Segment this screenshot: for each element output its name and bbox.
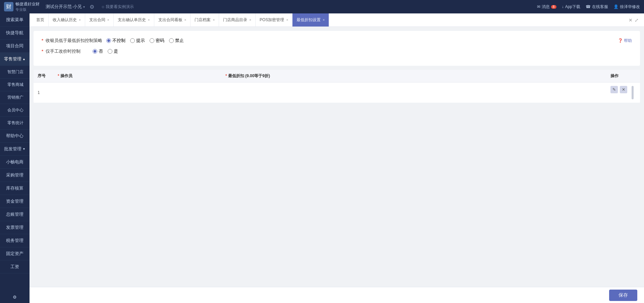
- discount-policy-label: * 收银员低于最低折扣控制策略: [42, 38, 102, 44]
- tab-actions: ✕ ⤢: [626, 17, 641, 23]
- settings-icon[interactable]: ⚙: [90, 4, 94, 10]
- form-row-manual-price: * 仅手工改价时控制 否 是: [42, 48, 632, 54]
- close-icon[interactable]: ×: [213, 18, 215, 22]
- radio-no-control[interactable]: 不控制: [106, 38, 125, 44]
- close-icon[interactable]: ×: [184, 18, 186, 22]
- project-name: 测试分开示范·小兄: [46, 4, 82, 10]
- tab-store-catalog[interactable]: 门店商品目录 ×: [219, 13, 256, 27]
- tab-income-history[interactable]: 收入确认历史 ×: [49, 13, 85, 27]
- sidebar-item-marketing[interactable]: 营销推广: [0, 91, 30, 104]
- col-header-action: 操作: [606, 70, 640, 83]
- help-icon: ❓: [618, 38, 623, 43]
- sidebar-settings-icon[interactable]: ⚙: [0, 291, 30, 303]
- sidebar-item-fund-mgmt[interactable]: 资金管理: [0, 195, 30, 208]
- sidebar-item-project-contract[interactable]: 项目合同: [0, 40, 30, 53]
- sidebar-item-tax-mgmt[interactable]: 税务管理: [0, 234, 30, 247]
- tab-min-discount[interactable]: 最低折扣设置 ×: [292, 13, 329, 27]
- tab-home[interactable]: 首页: [32, 13, 49, 27]
- tab-pos-encrypt-label: POS加密管理: [260, 17, 284, 23]
- message-button[interactable]: ✉ 消息 8: [537, 4, 556, 10]
- cell-action: ✎ ✕: [606, 83, 640, 103]
- manual-price-label: * 仅手工改价时控制: [42, 48, 89, 54]
- save-button[interactable]: 保存: [609, 290, 637, 301]
- app-name: 畅捷通好业财: [15, 1, 40, 7]
- radio-password-input[interactable]: [150, 38, 154, 43]
- tab-expense-confirm-history[interactable]: 支出确认单历史 ×: [114, 13, 154, 27]
- discount-policy-radio-group: 不控制 提示 密码 禁止: [106, 38, 184, 44]
- discount-table: 序号 *操作员 *最低折扣 (9.00等于9折) 操作 1: [34, 70, 640, 103]
- radio-prompt-input[interactable]: [130, 38, 135, 43]
- radio-forbid[interactable]: 禁止: [169, 38, 184, 44]
- sidebar-item-inventory[interactable]: 库存核算: [0, 182, 30, 195]
- radio-yes-label: 是: [114, 48, 118, 54]
- close-icon[interactable]: ×: [107, 18, 109, 22]
- user-menu[interactable]: 👤 徐泽华修改: [613, 4, 640, 10]
- tab-store-archive[interactable]: 门店档案 ×: [191, 13, 219, 27]
- tab-expense-contract[interactable]: 支出合同 ×: [85, 13, 114, 27]
- close-icon[interactable]: ×: [148, 18, 150, 22]
- col-header-operator: *操作员: [54, 70, 221, 83]
- sidebar-item-fixed-assets[interactable]: 固定资产: [0, 247, 30, 260]
- download-icon: ↓: [562, 4, 564, 9]
- radio-no-control-input[interactable]: [106, 38, 111, 43]
- sidebar-item-wholesale-mgmt[interactable]: 批发管理 ▼: [0, 143, 30, 156]
- radio-no-input[interactable]: [93, 49, 97, 54]
- page-content: * 收银员低于最低折扣控制策略 不控制 提示: [30, 27, 644, 287]
- message-icon: ✉: [537, 4, 540, 9]
- close-icon[interactable]: ×: [79, 18, 81, 22]
- app-download-button[interactable]: ↓ App下载: [562, 4, 580, 10]
- collapse-icon: ▲: [22, 57, 25, 61]
- edit-row-button[interactable]: ✎: [610, 86, 618, 93]
- close-all-icon[interactable]: ✕: [629, 17, 633, 23]
- required-star: *: [42, 38, 43, 43]
- cell-discount: [221, 83, 606, 103]
- expand-tabs-icon[interactable]: ⤢: [635, 17, 639, 23]
- table-card: 序号 *操作员 *最低折扣 (9.00等于9折) 操作 1: [34, 70, 640, 103]
- message-badge: 8: [551, 5, 556, 9]
- action-icons: ✎ ✕: [610, 86, 636, 99]
- radio-password-label: 密码: [156, 38, 164, 44]
- sidebar-item-retail-stats[interactable]: 零售统计: [0, 117, 30, 130]
- radio-yes[interactable]: 是: [108, 48, 118, 54]
- sidebar-item-invoice-mgmt[interactable]: 发票管理: [0, 221, 30, 234]
- chevron-down-icon: ▾: [83, 5, 85, 9]
- operator-required-star: *: [58, 73, 59, 78]
- sidebar-item-retail-mgmt[interactable]: 零售管理 ▲: [0, 53, 30, 66]
- sidebar: 搜索菜单 快捷导航 项目合同 零售管理 ▲ 智慧门店 零售商城 营销推广 会员中…: [0, 13, 30, 303]
- sidebar-item-smart-store[interactable]: 智慧门店: [0, 66, 30, 79]
- tab-home-label: 首页: [36, 17, 44, 23]
- topbar-right: ✉ 消息 8 ↓ App下载 ☎ 在线客服 👤 徐泽华修改: [537, 4, 640, 10]
- radio-prompt[interactable]: 提示: [130, 38, 145, 44]
- delete-row-button[interactable]: ✕: [620, 86, 627, 93]
- radio-password[interactable]: 密码: [150, 38, 164, 44]
- radio-yes-input[interactable]: [108, 49, 112, 54]
- project-selector[interactable]: 测试分开示范·小兄 ▾: [46, 4, 85, 10]
- help-link[interactable]: ❓ 帮助: [618, 38, 632, 44]
- radio-no[interactable]: 否: [93, 48, 103, 54]
- tab-expense-contract-board[interactable]: 支出合同看板 ×: [154, 13, 191, 27]
- radio-forbid-input[interactable]: [169, 38, 174, 43]
- tab-pos-encrypt[interactable]: POS加密管理 ×: [256, 13, 292, 27]
- sidebar-item-retail-mall[interactable]: 零售商城: [0, 79, 30, 91]
- tab-bar: 首页 收入确认历史 × 支出合同 × 支出确认单历史 × 支出合同看板 × 门店…: [30, 13, 644, 27]
- close-icon[interactable]: ×: [249, 18, 251, 22]
- col-header-seq: 序号: [34, 70, 54, 83]
- sidebar-item-quick-nav[interactable]: 快捷导航: [0, 27, 30, 40]
- expand-icon: ▼: [22, 147, 25, 151]
- tab-expense-contract-board-label: 支出合同看板: [158, 17, 182, 23]
- demo-link[interactable]: ○ 我要看实例演示: [102, 4, 134, 10]
- sidebar-item-search[interactable]: 搜索菜单: [0, 13, 30, 27]
- sidebar-item-ecommerce[interactable]: 小畅电商: [0, 156, 30, 169]
- sidebar-item-general-ledger[interactable]: 总账管理: [0, 208, 30, 221]
- close-icon[interactable]: ×: [323, 18, 325, 22]
- radio-no-control-label: 不控制: [112, 38, 125, 44]
- sidebar-item-purchase-mgmt[interactable]: 采购管理: [0, 169, 30, 182]
- sidebar-item-help-center[interactable]: 帮助中心: [0, 130, 30, 143]
- sidebar-item-member-center[interactable]: 会员中心: [0, 104, 30, 117]
- sidebar-item-payroll[interactable]: 工资: [0, 260, 30, 273]
- online-service-button[interactable]: ☎ 在线客服: [586, 4, 608, 10]
- tab-store-catalog-label: 门店商品目录: [223, 17, 247, 23]
- close-icon[interactable]: ×: [286, 18, 288, 22]
- required-star2: *: [42, 49, 43, 54]
- help-label: 帮助: [624, 38, 632, 44]
